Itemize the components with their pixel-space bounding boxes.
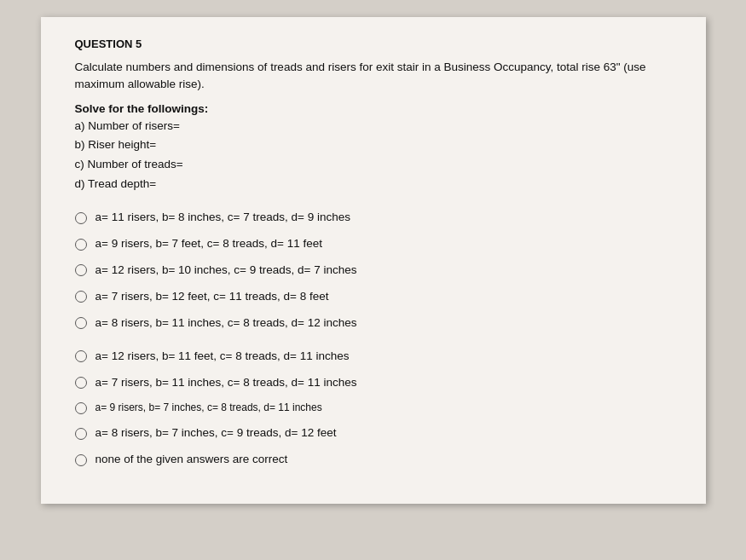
question-number: QUESTION 5 xyxy=(75,38,672,50)
radio-4[interactable] xyxy=(75,291,87,303)
radio-3[interactable] xyxy=(75,264,87,276)
radio-9[interactable] xyxy=(75,428,87,440)
option-label-10: none of the given answers are correct xyxy=(95,452,288,468)
radio-6[interactable] xyxy=(75,350,87,362)
option-8[interactable]: a= 9 risers, b= 7 inches, c= 8 treads, d… xyxy=(75,401,672,415)
option-2[interactable]: a= 9 risers, b= 7 feet, c= 8 treads, d= … xyxy=(75,236,672,252)
option-6[interactable]: a= 12 risers, b= 11 feet, c= 8 treads, d… xyxy=(75,349,672,365)
solve-intro: Solve for the followings: xyxy=(75,102,672,115)
option-3[interactable]: a= 12 risers, b= 10 inches, c= 9 treads,… xyxy=(75,263,672,279)
option-10[interactable]: none of the given answers are correct xyxy=(75,452,672,468)
option-label-9: a= 8 risers, b= 7 inches, c= 9 treads, d… xyxy=(95,425,337,442)
radio-8[interactable] xyxy=(75,402,87,414)
sub-item-b: b) Riser height= xyxy=(75,136,672,155)
option-label-7: a= 7 risers, b= 11 inches, c= 8 treads, … xyxy=(95,375,357,391)
option-label-1: a= 11 risers, b= 8 inches, c= 7 treads, … xyxy=(95,210,350,226)
option-label-8: a= 9 risers, b= 7 inches, c= 8 treads, d… xyxy=(95,401,322,415)
radio-10[interactable] xyxy=(75,454,87,466)
sub-item-c: c) Number of treads= xyxy=(75,155,672,175)
radio-1[interactable] xyxy=(75,212,87,224)
radio-7[interactable] xyxy=(75,377,87,389)
question-description: Calculate numbers and dimensions of trea… xyxy=(75,59,672,94)
answer-options: a= 11 risers, b= 8 inches, c= 7 treads, … xyxy=(75,210,672,468)
sub-items-list: a) Number of risers= b) Riser height= c)… xyxy=(75,117,672,195)
sub-item-a: a) Number of risers= xyxy=(75,117,672,136)
sub-item-d: d) Tread depth= xyxy=(75,175,672,194)
option-label-5: a= 8 risers, b= 11 inches, c= 8 treads, … xyxy=(95,315,357,332)
option-label-4: a= 7 risers, b= 12 feet, c= 11 treads, d… xyxy=(95,289,329,305)
option-label-3: a= 12 risers, b= 10 inches, c= 9 treads,… xyxy=(95,263,357,279)
option-9[interactable]: a= 8 risers, b= 7 inches, c= 9 treads, d… xyxy=(75,425,672,442)
option-5[interactable]: a= 8 risers, b= 11 inches, c= 8 treads, … xyxy=(75,315,672,332)
radio-5[interactable] xyxy=(75,317,87,329)
option-label-2: a= 9 risers, b= 7 feet, c= 8 treads, d= … xyxy=(95,236,322,252)
option-7[interactable]: a= 7 risers, b= 11 inches, c= 8 treads, … xyxy=(75,375,672,391)
option-4[interactable]: a= 7 risers, b= 12 feet, c= 11 treads, d… xyxy=(75,289,672,305)
radio-2[interactable] xyxy=(75,239,87,251)
exam-page: QUESTION 5 Calculate numbers and dimensi… xyxy=(41,17,706,504)
option-label-6: a= 12 risers, b= 11 feet, c= 8 treads, d… xyxy=(95,349,350,365)
option-1[interactable]: a= 11 risers, b= 8 inches, c= 7 treads, … xyxy=(75,210,672,226)
